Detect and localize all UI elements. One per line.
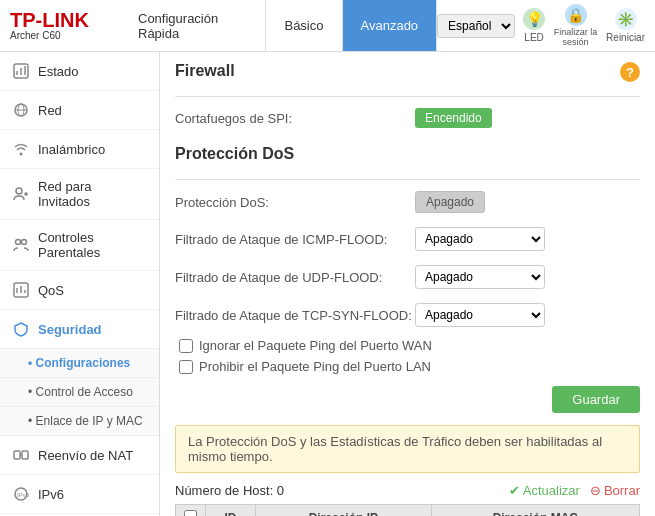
udp-row: Filtrado de Ataque de UDP-FLOOD: Apagado… xyxy=(175,262,640,292)
borrar-label: Borrar xyxy=(604,483,640,498)
action-buttons: ✔ Actualizar ⊖ Borrar xyxy=(509,483,640,498)
sidebar-item-reenvio-nat[interactable]: Reenvío de NAT xyxy=(0,436,159,475)
tcp-select[interactable]: Apagado Encendido xyxy=(415,303,545,327)
language-select[interactable]: Español English xyxy=(437,14,515,38)
guest-icon xyxy=(12,185,30,203)
sidebar-sub-item-configuraciones[interactable]: Configuraciones xyxy=(0,349,159,378)
sidebar-label-estado: Estado xyxy=(38,64,78,79)
sidebar-item-estado[interactable]: Estado xyxy=(0,52,159,91)
sidebar-label-seguridad: Seguridad xyxy=(38,322,102,337)
actualizar-button[interactable]: ✔ Actualizar xyxy=(509,483,580,498)
led-button[interactable]: 💡 LED xyxy=(523,8,545,43)
sidebar-item-red[interactable]: Red xyxy=(0,91,159,130)
actualizar-icon: ✔ xyxy=(509,483,520,498)
svg-point-12 xyxy=(22,240,27,245)
table-header-ip: Dirección IP xyxy=(256,505,432,517)
sidebar-label-inalambrico: Inalámbrico xyxy=(38,142,105,157)
host-table: ID Dirección IP Dirección MAC -- -- -- -… xyxy=(175,504,640,516)
svg-rect-18 xyxy=(22,451,28,459)
dos-row: Protección DoS: Apagado xyxy=(175,188,640,216)
dos-toggle[interactable]: Apagado xyxy=(415,191,485,213)
tab-basico[interactable]: Básico xyxy=(266,0,342,51)
save-row: Guardar xyxy=(175,380,640,413)
checkbox-lan-row: Prohibir el Paquete Ping del Puerto LAN xyxy=(175,359,640,374)
finalizar-label: Finalizar la sesión xyxy=(553,28,598,48)
sidebar-sub-item-control-acceso[interactable]: Control de Acceso xyxy=(0,378,159,407)
led-label: LED xyxy=(524,32,543,43)
nav-tabs: Configuración Rápida Básico Avanzado xyxy=(120,0,437,51)
dos-title: Protección DoS xyxy=(175,145,640,169)
spi-label: Cortafuegos de SPI: xyxy=(175,111,415,126)
checkbox-lan-label: Prohibir el Paquete Ping del Puerto LAN xyxy=(199,359,431,374)
tab-configuracion-rapida[interactable]: Configuración Rápida xyxy=(120,0,266,51)
svg-point-11 xyxy=(16,240,21,245)
sidebar-label-qos: QoS xyxy=(38,283,64,298)
sidebar: Estado Red Inalámbrico Red para Invitado… xyxy=(0,52,160,516)
table-select-all[interactable] xyxy=(184,510,197,516)
checkbox-lan[interactable] xyxy=(179,360,193,374)
checkbox-wan[interactable] xyxy=(179,339,193,353)
table-header-check xyxy=(176,505,206,517)
wireless-icon xyxy=(12,140,30,158)
info-box: La Protección DoS y las Estadísticas de … xyxy=(175,425,640,473)
sidebar-item-ipv6[interactable]: IPv6 IPv6 xyxy=(0,475,159,514)
sidebar-item-seguridad[interactable]: Seguridad xyxy=(0,310,159,349)
security-icon xyxy=(12,320,30,338)
finalizar-button[interactable]: 🔒 Finalizar la sesión xyxy=(553,4,598,48)
nat-icon xyxy=(12,446,30,464)
sidebar-item-controles-parentales[interactable]: Controles Parentales xyxy=(0,220,159,271)
sidebar-label-controles-parentales: Controles Parentales xyxy=(38,230,147,260)
svg-text:IPv6: IPv6 xyxy=(17,492,29,498)
sidebar-label-ipv6: IPv6 xyxy=(38,487,64,502)
icmp-select[interactable]: Apagado Encendido xyxy=(415,227,545,251)
finalizar-icon: 🔒 xyxy=(565,4,587,26)
icmp-label: Filtrado de Ataque de ICMP-FLOOD: xyxy=(175,232,415,247)
tcp-row: Filtrado de Ataque de TCP-SYN-FLOOD: Apa… xyxy=(175,300,640,330)
host-count-label: Número de Host: 0 xyxy=(175,483,284,498)
network-icon xyxy=(12,101,30,119)
content-area: ? Firewall Cortafuegos de SPI: Encendido… xyxy=(160,52,655,516)
udp-label: Filtrado de Ataque de UDP-FLOOD: xyxy=(175,270,415,285)
svg-point-8 xyxy=(16,188,22,194)
sidebar-sub-seguridad: Configuraciones Control de Acceso Enlace… xyxy=(0,349,159,436)
info-text: La Protección DoS y las Estadísticas de … xyxy=(188,434,602,464)
reiniciar-icon: ✳️ xyxy=(615,8,637,30)
tcp-label: Filtrado de Ataque de TCP-SYN-FLOOD: xyxy=(175,308,415,323)
host-count-row: Número de Host: 0 ✔ Actualizar ⊖ Borrar xyxy=(175,483,640,498)
help-icon[interactable]: ? xyxy=(620,62,640,82)
sidebar-item-qos[interactable]: QoS xyxy=(0,271,159,310)
ipv6-icon: IPv6 xyxy=(12,485,30,503)
actualizar-label: Actualizar xyxy=(523,483,580,498)
sidebar-sub-item-enlace-ip-mac[interactable]: Enlace de IP y MAC xyxy=(0,407,159,436)
spi-toggle[interactable]: Encendido xyxy=(415,108,492,128)
svg-rect-17 xyxy=(14,451,20,459)
dos-label: Protección DoS: xyxy=(175,195,415,210)
sidebar-item-red-invitados[interactable]: Red para Invitados xyxy=(0,169,159,220)
sidebar-label-red: Red xyxy=(38,103,62,118)
logo-sub: Archer C60 xyxy=(10,30,100,41)
borrar-button[interactable]: ⊖ Borrar xyxy=(590,483,640,498)
reiniciar-label: Reiniciar xyxy=(606,32,645,43)
status-icon xyxy=(12,62,30,80)
header-right: Español English 💡 LED 🔒 Finalizar la ses… xyxy=(437,4,645,48)
logo: TP-LINK Archer C60 xyxy=(10,10,100,41)
checkbox-wan-label: Ignorar el Paquete Ping del Puerto WAN xyxy=(199,338,432,353)
led-icon: 💡 xyxy=(523,8,545,30)
svg-point-7 xyxy=(20,153,23,156)
divider-firewall xyxy=(175,96,640,97)
reiniciar-button[interactable]: ✳️ Reiniciar xyxy=(606,8,645,43)
main-layout: Estado Red Inalámbrico Red para Invitado… xyxy=(0,52,655,516)
save-button[interactable]: Guardar xyxy=(552,386,640,413)
tab-avanzado[interactable]: Avanzado xyxy=(343,0,438,51)
sidebar-label-red-invitados: Red para Invitados xyxy=(38,179,147,209)
spi-row: Cortafuegos de SPI: Encendido xyxy=(175,105,640,131)
parental-icon xyxy=(12,236,30,254)
divider-dos xyxy=(175,179,640,180)
logo-tp: TP-LINK xyxy=(10,10,100,30)
header: TP-LINK Archer C60 Configuración Rápida … xyxy=(0,0,655,52)
table-header-mac: Dirección MAC xyxy=(431,505,639,517)
udp-select[interactable]: Apagado Encendido xyxy=(415,265,545,289)
sidebar-item-inalambrico[interactable]: Inalámbrico xyxy=(0,130,159,169)
borrar-icon: ⊖ xyxy=(590,483,601,498)
table-header-id: ID xyxy=(206,505,256,517)
